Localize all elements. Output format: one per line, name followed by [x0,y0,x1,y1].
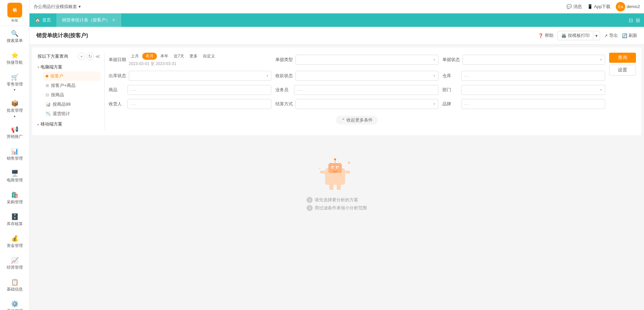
filter-type-input[interactable]: ▾ [296,55,438,65]
filter-warehouse-label: 仓库 [442,73,459,79]
tab-maximize-icon[interactable]: ⊞ [636,17,640,23]
svg-rect-11 [337,183,341,190]
template-print-label[interactable]: 🖨️ 按模板打印 [558,31,593,40]
template-print-dropdown-arrow[interactable]: ▾ [593,32,600,40]
empty-state: ✦ ✦ 1 请先选择要分析的方案 2 用过滤条件来缩小分析范围 [30,138,644,231]
operations-icon: 📈 [11,257,18,264]
help-button[interactable]: ❓ 帮助 [538,33,553,39]
scheme-panel-actions: + ↻ ≪ [78,53,100,60]
page-title: 销货单统计表(按客户) [36,32,88,39]
filter-warehouse-field: 仓库 ··· [442,71,605,81]
app-download-button[interactable]: 📱 App下载 [587,4,610,10]
logo-area: 畅 标版 [0,0,29,26]
refresh-button[interactable]: 🔄 刷新 [622,33,637,39]
collapse-more-label: 收起更多条件 [346,117,373,123]
svg-text:✦: ✦ [318,167,321,170]
filter-dept-label: 部门 [442,87,459,93]
filter-row-2: 出库状态 ▾ 收款状态 ▾ [109,71,605,81]
scheme-item-by-goods-99[interactable]: 📊 按商品99 [43,100,100,109]
date-tab-this-month[interactable]: 本月 [142,53,157,60]
svg-text:✦: ✦ [347,160,351,166]
filter-recv-status-dropdown-icon: ▾ [433,73,435,78]
date-tab-custom[interactable]: 自定义 [201,53,217,60]
tip-text-2: 用过滤条件来缩小分析范围 [315,205,367,211]
sidebar-item-sales[interactable]: 📊 销售管理 [0,144,29,165]
sidebar-item-shortcuts[interactable]: ⭐ 快捷导航 [0,48,29,69]
export-button[interactable]: ↗ 导出 [604,33,618,39]
star-icon: ⭐ [11,52,18,59]
filter-status-input[interactable]: ▾ [463,55,605,65]
filter-salesperson-input[interactable]: ··· [294,85,438,95]
scheme-group-mobile: ▸ 移动端方案 [38,120,100,128]
filter-settlement-input[interactable]: ▾ [296,99,438,109]
sidebar-item-marketing[interactable]: 📢 营销推广 [0,122,29,144]
scheme-group-desktop-header[interactable]: ▾ 电脑端方案 [38,63,100,71]
sidebar-item-inventory[interactable]: 🗄️ 库存核算 [0,209,29,231]
query-button[interactable]: 查询 [609,53,636,63]
filter-warehouse-input[interactable]: ··· [461,71,605,81]
scheme-item-return-stat[interactable]: 📉 退货统计 [43,109,100,118]
filter-recv-status-input[interactable]: ▾ [296,71,438,81]
filter-status-dropdown-icon: ▾ [600,57,602,62]
tab-home[interactable]: 🏠 首页 [30,13,57,27]
empty-robot-svg: ✦ ✦ [317,158,357,192]
scheme-mobile-arrow-icon: ▸ [38,122,39,126]
page-actions: ❓ 帮助 🖨️ 按模板打印 ▾ ↗ 导出 🔄 刷新 [538,31,637,40]
sidebar-item-system[interactable]: ⚙️ 系统管理 [0,296,29,310]
date-tab-last-month[interactable]: 上月 [129,53,141,60]
filter-row-1: 单据日期 上月 本月 本年 近7天 更多 自定义 [109,53,605,67]
sidebar-item-purchase[interactable]: 🛍️ 采购管理 [0,187,29,209]
sidebar-item-operations[interactable]: 📈 经营管理 [0,253,29,274]
message-button[interactable]: 💬 消息 [567,4,582,10]
filter-brand-input[interactable]: ··· [461,99,605,109]
sidebar-item-search[interactable]: 🔍 搜索菜单 [0,26,29,48]
home-icon: 🏠 [35,18,40,23]
scheme-item-by-customer[interactable]: 按客户 [43,71,100,81]
scheme-refresh-button[interactable]: ↻ [87,53,94,60]
sidebar-item-wholesale[interactable]: 📦 批发管理 ▴ [0,96,29,122]
collapse-more[interactable]: ⌃ 收起更多条件 [109,113,605,127]
filter-settlement-field: 结算方式 ▾ [275,99,438,109]
scheme-group-mobile-header[interactable]: ▸ 移动端方案 [38,120,100,128]
scheme-panel-title: 按以下方案查询 [38,53,68,59]
user-menu[interactable]: Ea demo2 [616,2,640,11]
filter-goods-dots: ··· [130,87,137,93]
settings-button[interactable]: 设置 [609,65,636,75]
scheme-by-customer-goods-label: 按客户+商品 [51,83,75,89]
sidebar: 畅 标版 🔍 搜索菜单 ⭐ 快捷导航 🛒 零售管理 ▾ 📦 批发管理 ▴ 📢 营… [0,0,30,310]
svg-point-4 [332,167,334,168]
scheme-item-by-goods[interactable]: ⊟ 按商品 [43,90,100,100]
scheme-collapse-button[interactable]: ≪ [95,54,100,59]
filter-out-status-input[interactable]: ▾ [129,71,271,81]
chevron-up-icon: ▴ [14,114,15,118]
template-print-button[interactable]: 🖨️ 按模板打印 ▾ [557,31,600,40]
company-name: 办公用品行业模拟账套 [34,4,77,10]
sidebar-item-ecommerce[interactable]: 🖥️ 电商管理 [0,165,29,187]
sidebar-item-finance[interactable]: 💰 资金管理 [0,231,29,253]
tab-sales-stat[interactable]: 销货单统计表（按客户） ✕ [57,13,121,27]
retail-icon: 🛒 [11,73,18,81]
user-name: demo2 [627,4,640,9]
filter-goods-input[interactable]: ··· [127,85,271,95]
company-selector[interactable]: 办公用品行业模拟账套 ▾ [34,4,81,10]
inventory-icon: 🗄️ [11,213,18,220]
sidebar-item-retail[interactable]: 🛒 零售管理 ▾ [0,69,29,96]
scheme-item-by-customer-goods[interactable]: ⊞ 按客户+商品 [43,81,100,90]
date-tab-this-year[interactable]: 本年 [158,53,170,60]
scheme-by-customer-label: 按客户 [50,73,63,79]
chevron-up2-icon: ⌃ [341,118,345,123]
date-tab-more[interactable]: 更多 [187,53,200,60]
date-tab-7-days[interactable]: 近7天 [172,53,186,60]
tab-close-icon[interactable]: ✕ [112,18,115,22]
filter-dept-input[interactable]: ▾ [461,85,605,95]
message-icon: 💬 [567,4,572,9]
sidebar-item-basic[interactable]: 📋 基础信息 [0,274,29,296]
filter-receiver-input[interactable]: ··· [127,99,271,109]
tab-minimize-icon[interactable]: ⊟ [629,17,633,23]
tab-bar-actions: ⊟ ⊞ [629,13,644,27]
chevron-down-icon: ▾ [14,88,15,92]
main-area: 办公用品行业模拟账套 ▾ 💬 消息 📱 App下载 Ea demo2 🏠 首页 [30,0,644,310]
top-bar-right: 💬 消息 📱 App下载 Ea demo2 [567,2,640,11]
filter-row-3: 商品 ··· 业务员 ··· [109,85,605,95]
scheme-add-button[interactable]: + [78,53,85,60]
